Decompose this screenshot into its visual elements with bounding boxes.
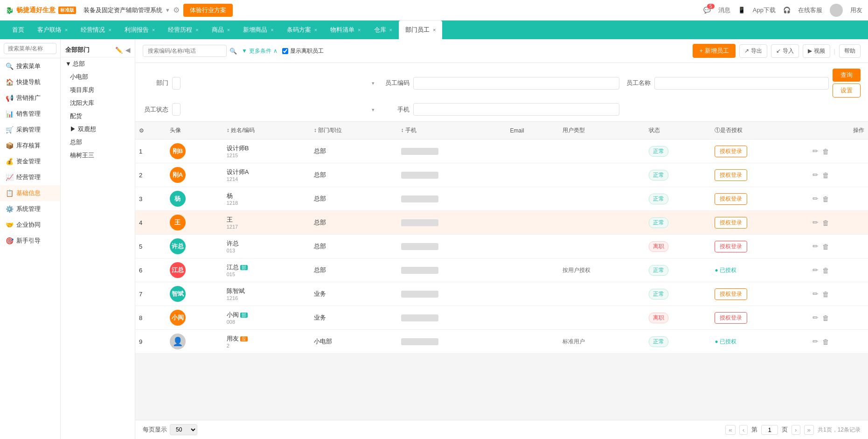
first-page-button[interactable]: « — [725, 425, 735, 435]
delete-icon[interactable]: 🗑 — [822, 195, 829, 203]
delete-icon[interactable]: 🗑 — [822, 314, 829, 322]
export-button[interactable]: ↗ 导出 — [739, 44, 767, 58]
nav-tab-部门员工[interactable]: 部门员工× — [399, 21, 442, 39]
delete-icon[interactable]: 🗑 — [822, 290, 829, 298]
more-conditions-btn[interactable]: ▼ 更多条件 ∧ — [242, 47, 278, 55]
app-download-icon[interactable]: 📱 — [738, 7, 745, 14]
app-download-label[interactable]: App下载 — [753, 6, 776, 14]
emp-name-input[interactable] — [654, 77, 829, 90]
sidebar-item-企业协同[interactable]: 🤝 企业协同 — [0, 217, 60, 233]
nav-tab-经营情况[interactable]: 经营情况× — [74, 21, 118, 39]
dept-edit-icon[interactable]: ✏️ — [115, 47, 123, 54]
delete-icon[interactable]: 🗑 — [822, 147, 829, 155]
table-settings-icon[interactable]: ⚙ — [139, 127, 144, 134]
sidebar-item-经营管理[interactable]: 📈 经营管理 — [0, 169, 60, 185]
close-tab-icon[interactable]: × — [195, 27, 198, 33]
page-size-select[interactable]: 50 100 — [170, 424, 197, 435]
nav-tab-经营历程[interactable]: 经营历程× — [161, 21, 205, 39]
search-icon[interactable]: 🔍 — [229, 48, 237, 55]
edit-icon[interactable]: ✏ — [812, 171, 819, 179]
help-button[interactable]: 帮助 — [839, 44, 861, 58]
col-dept[interactable]: ↕ 部门/职位 — [310, 122, 397, 139]
nav-tab-客户联络[interactable]: 客户联络× — [31, 21, 74, 39]
auth-button[interactable]: 授权登录 — [715, 169, 747, 181]
online-service-label[interactable]: 在线客服 — [798, 6, 822, 14]
auth-button[interactable]: 授权登录 — [715, 193, 747, 205]
dept-node-沈阳大库[interactable]: 沈阳大库 — [61, 97, 135, 110]
close-tab-icon[interactable]: × — [314, 27, 317, 33]
close-tab-icon[interactable]: × — [227, 27, 230, 33]
prev-page-button[interactable]: ‹ — [739, 425, 748, 435]
delete-icon[interactable]: 🗑 — [822, 338, 829, 346]
sidebar-search-input[interactable] — [4, 43, 56, 54]
next-page-button[interactable]: › — [792, 425, 800, 435]
nav-tab-利润报告[interactable]: 利润报告× — [118, 21, 161, 39]
close-tab-icon[interactable]: × — [433, 27, 436, 33]
dept-node-项目库房[interactable]: 项目库房 — [61, 84, 135, 97]
phone-input[interactable] — [413, 103, 619, 116]
edit-icon[interactable]: ✏ — [812, 266, 819, 274]
user-avatar[interactable] — [830, 4, 843, 17]
search-input[interactable] — [143, 45, 227, 57]
edit-icon[interactable]: ✏ — [812, 314, 819, 322]
sidebar-item-新手引导[interactable]: 🎯 新手引导 — [0, 233, 60, 249]
col-name[interactable]: ↕ 姓名/编码 — [223, 122, 310, 139]
delete-icon[interactable]: 🗑 — [822, 243, 829, 251]
dept-node-楠树王三[interactable]: 楠树王三 — [61, 149, 135, 162]
emp-code-input[interactable] — [413, 77, 619, 90]
trial-button[interactable]: 体验行业方案 — [183, 4, 233, 17]
col-phone[interactable]: ↕ 手机 — [397, 122, 507, 139]
auth-button[interactable]: 授权登录 — [715, 217, 747, 229]
edit-icon[interactable]: ✏ — [812, 195, 819, 203]
online-service-icon[interactable]: 🎧 — [783, 7, 791, 14]
import-button[interactable]: ↙ 导入 — [771, 44, 799, 58]
sidebar-item-基础信息[interactable]: 📋 基础信息 — [0, 185, 60, 201]
nav-tab-仓库[interactable]: 仓库× — [368, 21, 399, 39]
dept-node-总部[interactable]: ▼ 总部 — [61, 57, 135, 70]
close-tab-icon[interactable]: × — [65, 27, 68, 33]
col-settings[interactable]: ⚙ — [135, 122, 166, 139]
auth-button[interactable]: 授权登录 — [715, 288, 747, 300]
page-number-input[interactable] — [761, 425, 778, 435]
sidebar-item-库存核算[interactable]: 📦 库存核算 — [0, 138, 60, 153]
delete-icon[interactable]: 🗑 — [822, 171, 829, 179]
delete-icon[interactable]: 🗑 — [822, 219, 829, 227]
auth-button[interactable]: 授权登录 — [715, 312, 747, 324]
sidebar-item-搜索菜单[interactable]: 🔍 搜索菜单 — [0, 58, 60, 74]
show-resigned-check[interactable] — [282, 48, 288, 54]
close-tab-icon[interactable]: × — [108, 27, 111, 33]
edit-icon[interactable]: ✏ — [812, 147, 819, 155]
nav-tab-商品[interactable]: 商品× — [205, 21, 236, 39]
close-tab-icon[interactable]: × — [271, 27, 273, 33]
add-employee-button[interactable]: + 新增员工 — [693, 44, 735, 58]
sidebar-item-快捷导航[interactable]: 🏠 快捷导航 — [0, 74, 60, 90]
show-resigned-checkbox[interactable]: 显示离职员工 — [282, 47, 324, 55]
message-icon[interactable]: 💬 5 — [703, 7, 711, 14]
dept-node-配货[interactable]: 配货 — [61, 110, 135, 123]
search-button[interactable]: 查询 — [833, 69, 861, 82]
auth-button[interactable]: 授权登录 — [715, 241, 747, 252]
sidebar-item-营销推广[interactable]: 📢 营销推广 — [0, 90, 60, 106]
emp-status-select[interactable] — [172, 103, 181, 116]
dept-select[interactable] — [172, 77, 181, 90]
nav-tab-新增商品[interactable]: 新增商品× — [236, 21, 280, 39]
dept-node-小电部[interactable]: 小电部 — [61, 70, 135, 84]
settings-button[interactable]: 设置 — [833, 84, 861, 98]
close-tab-icon[interactable]: × — [389, 27, 392, 33]
sidebar-item-采购管理[interactable]: 🛒 采购管理 — [0, 122, 60, 138]
edit-icon[interactable]: ✏ — [812, 242, 819, 251]
sidebar-item-销售管理[interactable]: 📊 销售管理 — [0, 106, 60, 122]
nav-tab-物料清单[interactable]: 物料清单× — [324, 21, 367, 39]
nav-tab-条码方案[interactable]: 条码方案× — [280, 21, 324, 39]
nav-tab-首页[interactable]: 首页 — [6, 21, 31, 39]
sidebar-item-资金管理[interactable]: 💰 资金管理 — [0, 153, 60, 169]
delete-icon[interactable]: 🗑 — [822, 266, 829, 274]
edit-icon[interactable]: ✏ — [812, 290, 819, 298]
dept-collapse-icon[interactable]: ◀ — [125, 47, 130, 54]
edit-icon[interactable]: ✏ — [812, 337, 819, 346]
dropdown-icon[interactable]: ▾ — [166, 7, 169, 14]
dept-node-双鹿想[interactable]: ▶ 双鹿想 — [61, 123, 135, 136]
auth-button[interactable]: 授权登录 — [715, 146, 747, 157]
edit-icon[interactable]: ✏ — [812, 218, 819, 227]
view-button[interactable]: ▶ 视频 — [803, 44, 830, 58]
